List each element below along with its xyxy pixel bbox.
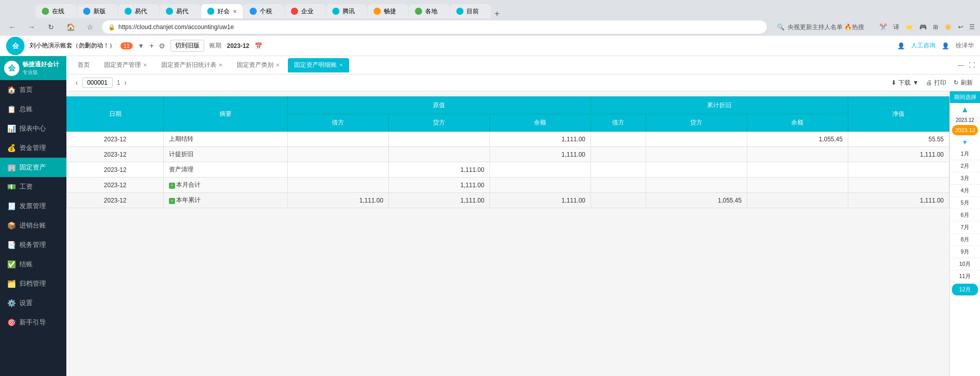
row4-net-value <box>848 178 949 193</box>
browser-tab-muqian[interactable]: 目前 <box>450 4 491 18</box>
browser-tab-gedi[interactable]: 各地 <box>409 4 450 18</box>
period-item-highlight[interactable]: 2023.12 <box>952 125 978 136</box>
monthly-total-icon: + <box>169 183 175 189</box>
browser-tab-yidai2[interactable]: 易代 <box>160 4 201 18</box>
minimize-icon[interactable]: — <box>958 62 964 69</box>
sidebar-item-stock[interactable]: 📦 进销台账 <box>0 216 66 235</box>
period-month-6[interactable]: 6月 <box>950 209 980 221</box>
game-icon[interactable]: 🎮 <box>919 23 927 31</box>
new-tab-button[interactable]: + <box>495 9 499 18</box>
browser-tab-online[interactable]: 在线 <box>36 4 77 18</box>
browser-tab-geshui[interactable]: 个税 <box>243 4 284 18</box>
refresh-button[interactable]: ↻ 刷新 <box>953 79 973 87</box>
period-month-7[interactable]: 7月 <box>950 221 980 234</box>
browser-tab-new[interactable]: 新版 <box>77 4 118 18</box>
col-accum-debit: 借方 <box>591 114 646 132</box>
sidebar-item-settings[interactable]: ⚙️ 设置 <box>0 293 66 313</box>
period-scroll-down[interactable]: ▼ <box>950 137 980 148</box>
translate-icon[interactable]: 译 <box>893 23 899 32</box>
next-page-button[interactable]: › <box>122 78 129 88</box>
sidebar-item-invoice[interactable]: 🧾 发票管理 <box>0 196 66 216</box>
add-account-btn[interactable]: + <box>149 41 154 51</box>
app-tab-fixed-mgmt[interactable]: 固定资产管理 ✕ <box>98 58 153 72</box>
app-tab-fixed-depreciation-label: 固定资产折旧统计表 <box>161 61 216 69</box>
sidebar-item-reports[interactable]: 📊 报表中心 <box>0 119 66 138</box>
app-tab-home[interactable]: 首页 <box>71 58 96 72</box>
browser-tab-yidai1[interactable]: 易代 <box>118 4 159 18</box>
app-tab-fixed-detail-close[interactable]: ✕ <box>339 62 343 68</box>
calendar-icon[interactable]: 📅 <box>255 42 262 49</box>
bookmark-button[interactable]: ☆ <box>83 20 97 34</box>
switch-version-button[interactable]: 切到旧版 <box>170 40 204 52</box>
sidebar-item-home[interactable]: 🏠 首页 <box>0 80 66 99</box>
grid-icon[interactable]: ⊞ <box>933 23 938 31</box>
undo-icon[interactable]: ↩ <box>958 23 963 31</box>
row1-accum-debit <box>591 132 646 147</box>
app-tab-fixed-detail[interactable]: 固定资产明细账 ✕ <box>288 58 349 72</box>
browser-tab-haohui[interactable]: 好会 ✕ <box>201 4 243 18</box>
download-button[interactable]: ⬇ 下载 ▼ <box>891 79 919 87</box>
browser-tab-enterprise[interactable]: 企业 <box>285 4 326 18</box>
stock-icon: 📦 <box>7 221 15 230</box>
url-bar[interactable]: 🔒 https://cloud.chanjet.com/accounting/u… <box>102 20 767 34</box>
browser-tab-close-haohui[interactable]: ✕ <box>233 9 237 14</box>
browser-tab-changjie[interactable]: 畅捷 <box>368 4 408 18</box>
period-month-1[interactable]: 1月 <box>950 148 980 160</box>
archive-icon: 🗂️ <box>7 280 15 288</box>
period-month-9[interactable]: 9月 <box>950 246 980 258</box>
sun-icon[interactable]: ☀️ <box>944 23 952 31</box>
app-tab-fixed-mgmt-label: 固定资产管理 <box>104 61 141 69</box>
period-month-3[interactable]: 3月 <box>950 172 980 185</box>
period-month-10[interactable]: 10月 <box>950 258 980 270</box>
sidebar-item-archive[interactable]: 🗂️ 归档管理 <box>0 274 66 293</box>
scissors-icon[interactable]: ✂️ <box>879 23 887 31</box>
app-tab-fixed-depreciation[interactable]: 固定资产折旧统计表 ✕ <box>155 58 229 72</box>
prev-page-button[interactable]: ‹ <box>74 78 80 88</box>
sidebar-item-tax[interactable]: 📑 税务管理 <box>0 235 66 255</box>
app-tab-fixed-mgmt-close[interactable]: ✕ <box>143 62 147 68</box>
account-dropdown[interactable]: ▼ <box>138 42 144 49</box>
sidebar-item-ledger[interactable]: 📋 总账 <box>0 99 66 119</box>
row3-orig-debit <box>287 162 388 178</box>
sidebar-item-closeout[interactable]: ✅ 结账 <box>0 255 66 274</box>
app-tab-fixed-category[interactable]: 固定资产类别 ✕ <box>231 58 286 72</box>
period-scroll-up[interactable]: ▲ <box>950 103 980 116</box>
period-month-5[interactable]: 5月 <box>950 197 980 209</box>
row2-accum-balance <box>747 147 848 162</box>
app-tab-fixed-category-close[interactable]: ✕ <box>276 62 280 68</box>
app-tab-fixed-depreciation-close[interactable]: ✕ <box>218 62 223 68</box>
settings-btn[interactable]: ⚙ <box>159 42 165 50</box>
period-month-12[interactable]: 12月 <box>952 284 978 296</box>
back-button[interactable]: ← <box>5 20 19 34</box>
print-button[interactable]: 🖨 打印 <box>926 79 946 87</box>
app-tab-fixed-category-label: 固定资产类别 <box>237 61 274 69</box>
period-month-2[interactable]: 2月 <box>950 160 980 172</box>
search-bar: 🔍 央视更新主持人名单 🔥热搜 <box>777 23 864 32</box>
sidebar-item-fixed[interactable]: 🏢 固定资产 <box>0 158 66 177</box>
home-button[interactable]: 🏠 <box>63 20 78 34</box>
col-summary: 摘要 <box>164 97 288 132</box>
home-icon: 🏠 <box>7 86 15 94</box>
maximize-icon[interactable]: ⛶ <box>969 62 975 69</box>
period-month-8[interactable]: 8月 <box>950 234 980 246</box>
star-icon[interactable]: ⭐ <box>905 23 913 31</box>
period-month-4[interactable]: 4月 <box>950 185 980 197</box>
row1-net-value: 55.55 <box>848 132 949 147</box>
row2-orig-balance: 1,111.00 <box>489 147 591 162</box>
user-name[interactable]: 徐泽华 <box>955 41 974 50</box>
period-month-11[interactable]: 11月 <box>950 270 980 283</box>
period-label: 账期 <box>209 41 222 50</box>
sidebar-item-funds[interactable]: 💰 资金管理 <box>0 138 66 158</box>
page-number-input[interactable] <box>82 78 113 88</box>
sidebar-item-payroll[interactable]: 💵 工资 <box>0 177 66 196</box>
browser-tab-tencent[interactable]: 腾讯 <box>326 4 367 18</box>
menu-icon[interactable]: ☰ <box>969 23 975 31</box>
forward-button[interactable]: → <box>24 20 39 34</box>
row1-summary: 上期结转 <box>164 132 288 147</box>
row2-accum-credit <box>646 147 747 162</box>
customer-service-label[interactable]: 人工咨询 <box>911 41 936 50</box>
payroll-icon: 💵 <box>7 183 15 191</box>
app-logo: 会 <box>6 37 24 55</box>
sidebar-item-guide[interactable]: 🎯 新手引导 <box>0 313 66 332</box>
reload-button[interactable]: ↻ <box>44 20 58 34</box>
